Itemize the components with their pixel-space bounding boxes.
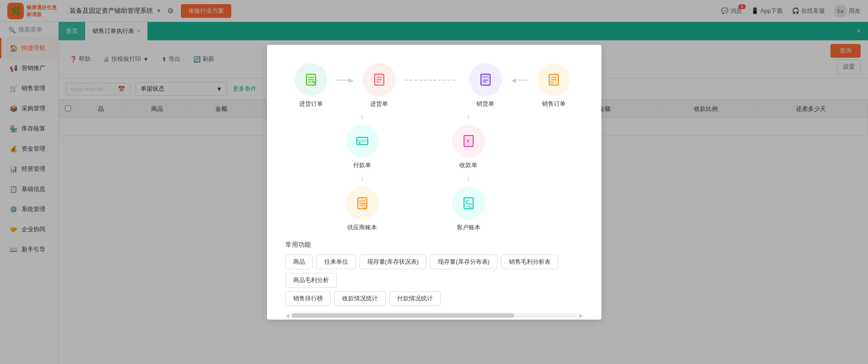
quick-btn-payment-stat[interactable]: 付款情况统计: [389, 291, 441, 306]
payment-bill-icon: ¥: [346, 125, 379, 158]
quick-btn-sales-gross[interactable]: 销售毛利分析表: [501, 255, 558, 269]
flow-diagram: 进货订单 ▶ 进货单: [285, 59, 583, 236]
customer-ledger-icon: 户: [452, 187, 485, 220]
flow-row-1: 进货订单 ▶ 进货单: [285, 59, 579, 113]
flow-node-purchase-order[interactable]: 进货订单: [295, 63, 328, 108]
modal-overlay[interactable]: 进货订单 ▶ 进货单: [0, 0, 868, 364]
flow-node-purchase-bill[interactable]: 进货单: [363, 63, 396, 108]
quick-btn-product-gross[interactable]: 商品毛利分析: [285, 273, 337, 288]
quick-nav-modal: 进货订单 ▶ 进货单: [267, 45, 601, 320]
arrow-purchase-to-bill: ▶: [337, 76, 354, 95]
svg-rect-10: [481, 74, 490, 85]
sales-order-icon: [537, 63, 570, 96]
quick-functions-title: 常用功能: [285, 241, 583, 249]
arrow-bill-to-sales: [405, 80, 460, 92]
supplier-ledger-icon: 帐: [346, 187, 379, 220]
arrow-down-sales-bill: ↓: [443, 113, 494, 120]
flow-row-2-nodes: ¥ 付款单 ¥ 收款单: [285, 120, 494, 174]
quick-btn-partner[interactable]: 往来单位: [317, 255, 356, 269]
quick-btn-receipt-stat[interactable]: 收款情况统计: [334, 291, 386, 306]
purchase-order-icon: [295, 63, 328, 96]
quick-buttons-row-2: 销售排行榜 收款情况统计 付款情况统计: [285, 291, 583, 306]
scrollbar-thumb: [291, 313, 514, 318]
scroll-right-btn[interactable]: ▶: [579, 312, 583, 319]
flow-node-sales-order[interactable]: 销售订单: [537, 63, 570, 108]
quick-btn-stock-dist[interactable]: 现存量(库存分布表): [430, 255, 497, 269]
arrow-down-purchase-bill: ↓: [337, 113, 388, 120]
quick-btn-product[interactable]: 商品: [285, 255, 313, 269]
flow-node-customer-ledger[interactable]: 户 客户账本: [452, 187, 485, 232]
flow-node-payment-bill[interactable]: ¥ 付款单: [346, 125, 379, 169]
arrow-down-payment: ↓: [337, 174, 388, 182]
quick-buttons-row-1: 商品 往来单位 现存量(库存状况表) 现存量(库存分布表) 销售毛利分析表 商品…: [285, 255, 583, 288]
receipt-bill-icon: ¥: [452, 125, 485, 158]
quick-btn-stock-status[interactable]: 现存量(库存状况表): [360, 255, 427, 269]
modal-scrollbar[interactable]: [291, 313, 577, 318]
svg-point-23: [359, 142, 360, 144]
svg-text:帐: 帐: [363, 205, 366, 207]
arrow-down-receipt: ↓: [443, 174, 494, 182]
svg-text:¥: ¥: [361, 141, 363, 144]
svg-rect-19: [551, 81, 553, 84]
scroll-left-btn[interactable]: ◀: [285, 312, 289, 319]
app-container: 🌿 畅康通好生意 标准版 装备及固定资产辅助管理系统 ▼ ⚙ 体验行业方案 💬 …: [0, 0, 868, 364]
quick-btn-sales-rank[interactable]: 销售排行榜: [285, 291, 331, 306]
modal-content: 进货订单 ▶ 进货单: [267, 45, 601, 320]
modal-scrollbar-area: ◀ ▶: [285, 312, 583, 319]
flow-row-3-nodes: 帐 供应商账本 户 客户账本: [285, 182, 494, 236]
flow-node-sales-bill[interactable]: 销货单: [469, 63, 502, 108]
flow-row-2-arrows: ↓ ↓: [285, 113, 583, 120]
arrow-order-to-sales: ◀: [511, 76, 528, 95]
flow-row-3-arrows: ↓ ↓: [285, 174, 583, 182]
quick-functions: 常用功能 商品 往来单位 现存量(库存状况表) 现存量(库存分布表) 销售毛利分…: [285, 241, 583, 306]
sales-bill-icon: [469, 63, 502, 96]
flow-node-supplier-ledger[interactable]: 帐 供应商账本: [346, 187, 379, 232]
svg-rect-12: [482, 76, 489, 78]
purchase-bill-icon: [363, 63, 396, 96]
flow-node-receipt-bill[interactable]: ¥ 收款单: [452, 125, 485, 169]
svg-text:户: 户: [470, 204, 473, 207]
svg-text:¥: ¥: [466, 139, 469, 144]
